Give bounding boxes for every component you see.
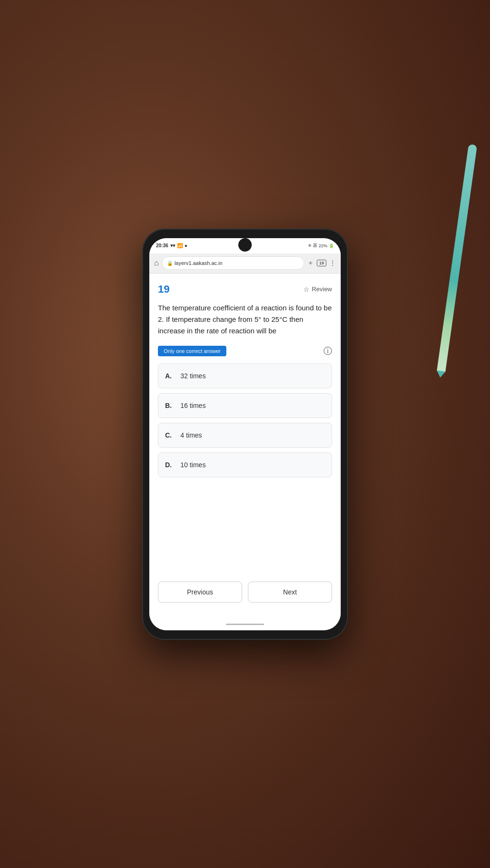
option-a-text: 32 times (180, 372, 206, 380)
extra-icons: ⊕ 器 (308, 242, 317, 249)
option-d[interactable]: D. 10 times (158, 452, 332, 477)
notification-dot: ● (185, 243, 188, 248)
add-tab-icon[interactable]: ＋ (307, 259, 314, 267)
option-d-text: 10 times (180, 461, 206, 469)
home-icon[interactable]: ⌂ (154, 259, 159, 267)
lock-icon: 🔒 (167, 261, 173, 266)
url-box[interactable]: 🔒 layerv1.aakash.ac.in (162, 256, 304, 270)
previous-button[interactable]: Previous (158, 582, 242, 603)
url-text: layerv1.aakash.ac.in (175, 260, 223, 266)
option-b-label: B. (165, 402, 175, 409)
option-c-label: C. (165, 431, 175, 439)
phone-shell: 20:36 ▾▾ 📶 ● ⊕ 器 22% 🔋 ⌂ 🔒 layerv1.aakas… (142, 229, 348, 640)
question-header: 19 ☆ Review (158, 283, 332, 296)
tab-count[interactable]: 19 (317, 260, 326, 266)
question-text: The temperature coefficient of a reactio… (158, 302, 332, 337)
option-d-label: D. (165, 461, 175, 469)
time-display: 20:36 (156, 243, 168, 248)
option-a[interactable]: A. 32 times (158, 363, 332, 388)
browser-bar: ⌂ 🔒 layerv1.aakash.ac.in ＋ 19 ⋮ (149, 253, 341, 274)
signal-icons: ▾▾ (170, 243, 175, 248)
option-c-text: 4 times (180, 431, 202, 439)
next-button[interactable]: Next (248, 582, 332, 603)
star-icon: ☆ (303, 286, 310, 293)
option-b[interactable]: B. 16 times (158, 393, 332, 418)
question-number: 19 (158, 283, 169, 296)
options-list: A. 32 times B. 16 times C. 4 times D. 10… (158, 363, 332, 477)
gesture-line (226, 624, 264, 625)
status-right: ⊕ 器 22% 🔋 (308, 242, 334, 249)
answer-type-row: Only one correct answer ⓘ (158, 345, 332, 357)
option-b-text: 16 times (180, 402, 206, 409)
info-icon[interactable]: ⓘ (323, 345, 332, 357)
option-a-label: A. (165, 372, 175, 380)
answer-type-badge: Only one correct answer (158, 346, 226, 356)
phone-notch (238, 238, 252, 252)
browser-action-icons: ＋ 19 ⋮ (307, 259, 336, 267)
wifi-icon: 📶 (177, 243, 183, 248)
review-button[interactable]: ☆ Review (303, 286, 332, 293)
menu-icon[interactable]: ⋮ (329, 259, 336, 267)
review-label: Review (312, 286, 332, 293)
main-content: 19 ☆ Review The temperature coefficient … (149, 274, 341, 619)
option-c[interactable]: C. 4 times (158, 423, 332, 448)
gesture-bar (149, 619, 341, 630)
pen-decoration (437, 144, 478, 373)
battery-icon: 🔋 (329, 243, 334, 248)
status-left: 20:36 ▾▾ 📶 ● (156, 243, 188, 248)
navigation-buttons: Previous Next (158, 577, 332, 609)
phone-screen: 20:36 ▾▾ 📶 ● ⊕ 器 22% 🔋 ⌂ 🔒 layerv1.aakas… (149, 238, 341, 630)
battery-display: 22% (319, 243, 327, 248)
